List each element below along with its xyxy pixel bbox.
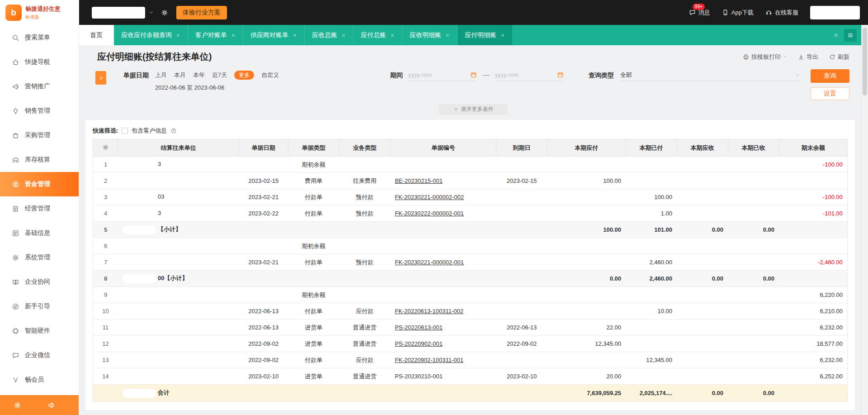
doc-no-link[interactable]: FK-20230222-000002-001	[395, 210, 464, 217]
cell-doc-no	[390, 287, 496, 303]
online-service-button[interactable]: 在线客服	[765, 9, 798, 17]
tab-2[interactable]: 客户对账单	[188, 25, 243, 45]
period-end-input[interactable]: yyyy-mm	[495, 69, 564, 81]
cell-balance	[779, 173, 847, 189]
quick-range-button[interactable]: 上月	[155, 69, 167, 81]
close-tab-icon[interactable]	[390, 33, 395, 38]
sidebar-item-member[interactable]: 畅会员	[0, 367, 79, 392]
calendar-icon[interactable]	[470, 72, 477, 78]
query-type-select[interactable]: 全部	[620, 69, 800, 81]
sidebar-item-purchase[interactable]: 采购管理	[0, 123, 79, 148]
company-selector-redacted[interactable]	[92, 7, 145, 19]
guide-icon	[12, 303, 19, 310]
close-tab-icon[interactable]	[231, 33, 236, 38]
tab-list-button[interactable]	[844, 29, 857, 42]
tab-6[interactable]: 应收明细账	[402, 25, 458, 45]
refresh-button[interactable]: 刷新	[829, 53, 849, 61]
tab-3[interactable]: 供应商对账单	[243, 25, 305, 45]
cell-paid: 1.00	[626, 205, 677, 222]
sidebar-item-baseinfo[interactable]: 基础信息	[0, 221, 79, 245]
cell-doc-date	[239, 287, 288, 303]
cell-receivable	[677, 352, 728, 368]
custom-range-button[interactable]: 自定义	[261, 69, 279, 81]
doc-no-link[interactable]: BE-20230215-001	[395, 177, 443, 184]
cell-receivable	[677, 368, 728, 385]
close-icon	[500, 33, 505, 38]
doc-no-link[interactable]: FK-20230221-000002-001	[395, 259, 464, 266]
sidebar-item-guide[interactable]: 新手引导	[0, 294, 79, 319]
doc-no-link[interactable]: FK-20220902-100311-001	[395, 357, 463, 363]
gear-icon[interactable]	[161, 9, 168, 16]
messages-button[interactable]: 99+ 消息	[689, 9, 710, 17]
cell-biz-type: 普通进货	[339, 336, 390, 352]
sidebar-item-collab[interactable]: 企业协同	[0, 270, 79, 294]
help-icon[interactable]	[170, 128, 177, 134]
period-start-input[interactable]: yyyy-mm	[408, 69, 477, 81]
experience-industry-button[interactable]: 体验行业方案	[176, 6, 227, 19]
sidebar-item-wechat[interactable]: 企业微信	[0, 343, 79, 367]
close-tab-icon[interactable]	[176, 33, 180, 38]
sidebar-item-hardware[interactable]: 智能硬件	[0, 319, 79, 343]
close-all-tabs-icon[interactable]	[833, 33, 839, 38]
sidebar-item-inventory[interactable]: 库存核算	[0, 148, 79, 172]
tab-home[interactable]: 首页	[79, 25, 114, 45]
sidebar-item-system[interactable]: 系统管理	[0, 245, 79, 270]
user-info-redacted[interactable]	[810, 6, 860, 19]
table-row: 9期初余额6,220.00	[93, 287, 848, 303]
cell-doc-type: 付款单	[288, 352, 339, 368]
tab-4[interactable]: 应收总账	[305, 25, 354, 45]
sidebar-item-search[interactable]: 搜索菜单	[0, 25, 79, 50]
settings-button[interactable]: 设置	[811, 87, 849, 100]
redaction-blob	[123, 323, 156, 332]
doc-no-link[interactable]: PS-20220902-001	[395, 340, 443, 347]
quick-range-button[interactable]: 本月	[174, 69, 186, 81]
expand-more-button[interactable]: 展开更多条件	[439, 104, 508, 114]
close-tab-icon[interactable]	[500, 33, 505, 38]
print-by-template-button[interactable]: 按模板打印	[743, 53, 787, 61]
vertical-scrollbar[interactable]	[861, 25, 868, 415]
sidebar-item-home[interactable]: 快捷导航	[0, 50, 79, 74]
app-download-button[interactable]: App下载	[722, 9, 754, 17]
cell-index: 14	[93, 368, 118, 385]
export-icon	[798, 54, 804, 60]
cell-payable	[547, 303, 626, 320]
doc-no-link[interactable]: FK-20230221-000002-002	[395, 194, 464, 200]
include-customer-checkbox[interactable]	[122, 128, 128, 134]
sidebar-item-fund[interactable]: 资金管理	[0, 172, 79, 196]
doc-no-link[interactable]: PS-20220613-001	[395, 324, 443, 331]
sidebar-item-sales[interactable]: 销售管理	[0, 99, 79, 123]
close-tab-icon[interactable]	[445, 33, 450, 38]
refresh-icon	[829, 54, 835, 60]
scrollbar-thumb[interactable]	[863, 28, 867, 95]
redaction-blob	[123, 339, 156, 348]
doc-no-link[interactable]: FK-20220613-100311-002	[395, 308, 463, 315]
quick-range-button[interactable]: 近7天	[212, 69, 227, 81]
query-button[interactable]: 查询	[811, 69, 849, 83]
cell-doc-no	[390, 238, 496, 254]
quick-range-button[interactable]: 本年	[193, 69, 205, 81]
cell-due-date	[496, 287, 547, 303]
more-ranges-button[interactable]: 更多	[234, 71, 254, 80]
collapse-filter-button[interactable]	[95, 71, 106, 85]
cell-doc-date: 2023-02-10	[239, 368, 288, 385]
purchase-icon	[12, 132, 19, 139]
announcement-icon[interactable]	[47, 401, 55, 409]
cell-payable: 100.00	[547, 173, 626, 189]
cell-receivable-total: 0.00	[677, 385, 728, 402]
sidebar-item-operate[interactable]: 经营管理	[0, 196, 79, 221]
settings-icon[interactable]	[14, 401, 21, 409]
tab-5[interactable]: 应付总账	[354, 25, 402, 45]
cell-doc-date	[239, 157, 288, 173]
close-tab-icon[interactable]	[341, 33, 346, 38]
calendar-icon[interactable]	[557, 72, 564, 78]
tab-1[interactable]: 应收应付余额查询	[114, 25, 188, 45]
sidebar-item-promo[interactable]: 营销推广	[0, 74, 79, 99]
column-settings-button[interactable]	[93, 139, 118, 157]
tab-7[interactable]: 应付明细账	[458, 25, 513, 45]
cell-due-date	[496, 222, 547, 238]
column-header: 业务类型	[339, 139, 390, 157]
close-tab-icon[interactable]	[292, 33, 297, 38]
search-icon	[12, 34, 19, 42]
export-button[interactable]: 导出	[798, 53, 818, 61]
chevron-down-icon[interactable]	[149, 10, 154, 15]
